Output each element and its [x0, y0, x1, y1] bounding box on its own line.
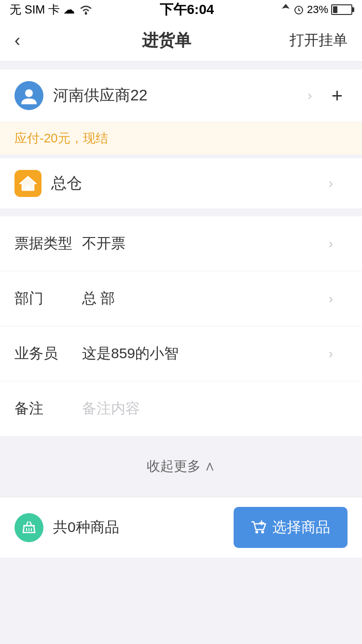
invoice-type-label: 票据类型 [14, 234, 82, 253]
department-value: 总 部 [82, 289, 329, 308]
home-icon [19, 176, 37, 191]
warehouse-chevron-icon: › [329, 176, 333, 191]
top-divider [0, 62, 362, 70]
battery-percentage: 23% [307, 3, 328, 16]
back-button[interactable]: ‹ [14, 30, 43, 51]
sales-rep-label: 业务员 [14, 344, 82, 364]
add-button[interactable]: + [327, 85, 348, 107]
svg-point-0 [84, 13, 87, 15]
basket-icon [20, 519, 38, 536]
supplier-avatar [14, 81, 43, 110]
sales-rep-chevron-icon: › [329, 346, 333, 362]
sales-rep-value: 这是859的小智 [82, 344, 329, 364]
status-time: 下午6:04 [160, 0, 214, 19]
remarks-input[interactable]: 备注内容 [82, 399, 348, 419]
svg-point-10 [255, 531, 258, 533]
form-section: 票据类型 不开票 › 部门 总 部 › 业务员 这是859的小智 › 备注 备注… [0, 216, 362, 436]
nav-bar: ‹ 进货单 打开挂单 [0, 19, 362, 62]
warehouse-icon [14, 170, 42, 197]
wifi-icon [79, 4, 93, 15]
supplier-section: 河南供应商22 › + 应付-20元，现结 [0, 70, 362, 154]
product-count-label: 共0种商品 [53, 518, 234, 537]
status-right: 23% [281, 3, 352, 16]
department-row[interactable]: 部门 总 部 › [0, 271, 362, 326]
status-bar: 无 SIM 卡 ☁ 下午6:04 23% [0, 0, 362, 19]
department-chevron-icon: › [329, 291, 333, 307]
balance-notice: 应付-20元，现结 [0, 122, 362, 154]
open-pending-button[interactable]: 打开挂单 [290, 30, 348, 50]
department-label: 部门 [14, 289, 82, 308]
svg-point-4 [25, 89, 33, 97]
invoice-type-row[interactable]: 票据类型 不开票 › [0, 216, 362, 271]
collapse-button[interactable]: 收起更多 ∧ [0, 444, 362, 489]
warehouse-row[interactable]: 总仓 › [0, 154, 362, 209]
supplier-row[interactable]: 河南供应商22 › + [0, 70, 362, 122]
svg-point-11 [261, 531, 264, 533]
warehouse-name: 总仓 [51, 173, 329, 194]
cart-icon [251, 520, 266, 535]
select-product-button[interactable]: 选择商品 [234, 507, 348, 548]
select-product-label: 选择商品 [272, 518, 330, 537]
status-left: 无 SIM 卡 ☁ [10, 2, 93, 17]
page-background [0, 558, 362, 644]
bottom-bar: 共0种商品 选择商品 [0, 497, 362, 558]
page-title: 进货单 [142, 29, 191, 52]
person-icon [20, 87, 38, 104]
invoice-type-chevron-icon: › [329, 236, 333, 252]
product-basket-icon [14, 513, 43, 542]
location-icon [281, 4, 291, 15]
sim-signal: 无 SIM 卡 ☁ [10, 2, 75, 17]
remarks-row[interactable]: 备注 备注内容 [0, 381, 362, 436]
remarks-label: 备注 [14, 399, 82, 419]
alarm-icon [293, 4, 304, 15]
supplier-chevron-icon: › [307, 88, 312, 103]
supplier-name: 河南供应商22 [53, 85, 307, 106]
sales-rep-row[interactable]: 业务员 这是859的小智 › [0, 326, 362, 381]
battery-icon [331, 4, 352, 15]
invoice-type-value: 不开票 [82, 234, 329, 253]
